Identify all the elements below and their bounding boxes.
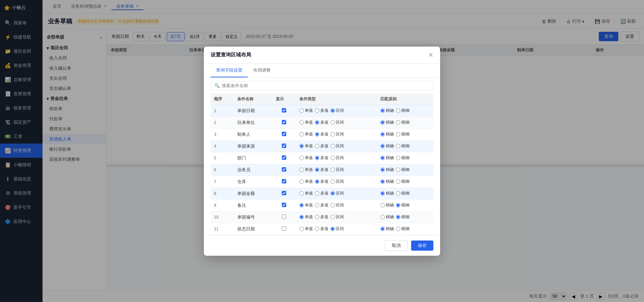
type-radio-多值[interactable]: 多值 (315, 155, 328, 161)
modal-col-匹配原则: 匹配原则 (377, 94, 433, 105)
type-radio-多值[interactable]: 多值 (315, 214, 328, 220)
type-radio-多值[interactable]: 多值 (315, 108, 328, 114)
match-radio-精确[interactable]: 精确 (380, 214, 394, 220)
show-checkbox[interactable] (282, 144, 286, 148)
type-radio-区间[interactable]: 区间 (330, 108, 344, 114)
row-match: 精确 模糊 (377, 199, 433, 211)
row-order: 10 (211, 211, 234, 223)
match-radio-模糊[interactable]: 模糊 (396, 120, 409, 125)
type-radio-单值[interactable]: 单值 (299, 214, 313, 220)
type-radio-多值[interactable]: 多值 (315, 179, 328, 184)
type-radio-单值[interactable]: 单值 (299, 191, 313, 196)
type-radio-单值[interactable]: 单值 (299, 120, 313, 125)
row-show (272, 176, 296, 187)
modal-save-button[interactable]: 保存 (411, 241, 433, 251)
type-radio-单值[interactable]: 单值 (299, 167, 313, 173)
match-radio-模糊[interactable]: 模糊 (396, 226, 409, 232)
match-radio-模糊[interactable]: 模糊 (396, 143, 409, 149)
row-match: 精确 模糊 (377, 176, 433, 187)
match-radio-模糊[interactable]: 模糊 (396, 214, 409, 220)
show-checkbox[interactable] (282, 203, 286, 207)
type-radio-单值[interactable]: 单值 (299, 155, 313, 161)
type-radio-区间[interactable]: 区间 (330, 143, 344, 149)
modal-table-row: 10单据编号 单值 多值 区间 精确 模糊 (211, 211, 433, 223)
type-radio-区间[interactable]: 区间 (330, 120, 344, 125)
type-radio-多值[interactable]: 多值 (315, 226, 328, 232)
show-checkbox[interactable] (282, 132, 286, 136)
type-radio-区间[interactable]: 区间 (330, 191, 344, 196)
type-radio-多值[interactable]: 多值 (315, 191, 328, 196)
show-checkbox[interactable] (282, 120, 286, 124)
row-type: 单值 多值 区间 (296, 199, 377, 211)
match-radio-模糊[interactable]: 模糊 (396, 179, 409, 184)
show-checkbox[interactable] (282, 179, 286, 183)
cancel-button[interactable]: 取消 (385, 240, 408, 251)
row-match: 精确 模糊 (377, 164, 433, 176)
row-show (272, 105, 296, 117)
match-radio-精确[interactable]: 精确 (380, 131, 394, 137)
row-order: 2 (211, 117, 234, 128)
type-radio-区间[interactable]: 区间 (330, 214, 344, 220)
show-checkbox[interactable] (282, 167, 286, 172)
type-radio-单值[interactable]: 单值 (299, 179, 313, 184)
search-icon: 🔍 (214, 83, 220, 88)
match-radio-精确[interactable]: 精确 (380, 179, 394, 184)
match-radio-精确[interactable]: 精确 (380, 202, 394, 208)
modal-table: 顺序条件名称显示条件类型匹配原则 1单据日期 单值 多值 区间 精确 模糊 2往… (211, 94, 433, 235)
match-radio-精确[interactable]: 精确 (380, 108, 394, 114)
type-radio-单值[interactable]: 单值 (299, 131, 313, 137)
type-radio-多值[interactable]: 多值 (315, 120, 328, 125)
type-radio-单值[interactable]: 单值 (299, 226, 313, 232)
type-radio-多值[interactable]: 多值 (315, 202, 328, 208)
type-radio-区间[interactable]: 区间 (330, 131, 344, 137)
show-checkbox[interactable] (282, 226, 286, 231)
type-radio-区间[interactable]: 区间 (330, 226, 344, 232)
modal-tab-查询字段设置[interactable]: 查询字段设置 (211, 64, 248, 77)
modal-table-row: 11状态日期 单值 多值 区间 精确 模糊 (211, 223, 433, 235)
match-radio-精确[interactable]: 精确 (380, 143, 394, 149)
match-radio-模糊[interactable]: 模糊 (396, 202, 409, 208)
type-radio-单值[interactable]: 单值 (299, 202, 313, 208)
show-checkbox[interactable] (282, 155, 286, 160)
type-radio-区间[interactable]: 区间 (330, 179, 344, 184)
row-show (272, 187, 296, 199)
modal-table-row: 2往来单位 单值 多值 区间 精确 模糊 (211, 117, 433, 128)
row-name: 仓库 (234, 176, 272, 187)
row-order: 6 (211, 164, 234, 176)
row-order: 3 (211, 128, 234, 140)
match-radio-模糊[interactable]: 模糊 (396, 191, 409, 196)
modal-tab-布局调整[interactable]: 布局调整 (248, 64, 276, 77)
row-type: 单值 多值 区间 (296, 105, 377, 117)
show-checkbox[interactable] (282, 191, 286, 195)
match-radio-模糊[interactable]: 模糊 (396, 108, 409, 114)
type-radio-多值[interactable]: 多值 (315, 143, 328, 149)
row-type: 单值 多值 区间 (296, 128, 377, 140)
show-checkbox[interactable] (282, 108, 286, 112)
show-checkbox[interactable] (282, 215, 286, 219)
row-order: 1 (211, 105, 234, 117)
match-radio-精确[interactable]: 精确 (380, 226, 394, 232)
modal-header: 设置查询区域布局 ✕ (204, 47, 440, 64)
type-radio-区间[interactable]: 区间 (330, 167, 344, 173)
row-match: 精确 模糊 (377, 187, 433, 199)
row-match: 精确 模糊 (377, 128, 433, 140)
type-radio-单值[interactable]: 单值 (299, 108, 313, 114)
modal-close-button[interactable]: ✕ (428, 51, 433, 59)
match-radio-精确[interactable]: 精确 (380, 191, 394, 196)
type-radio-多值[interactable]: 多值 (315, 131, 328, 137)
type-radio-区间[interactable]: 区间 (330, 202, 344, 208)
match-radio-模糊[interactable]: 模糊 (396, 155, 409, 161)
match-radio-模糊[interactable]: 模糊 (396, 131, 409, 137)
row-name: 制单人 (234, 128, 272, 140)
row-type: 单值 多值 区间 (296, 117, 377, 128)
match-radio-精确[interactable]: 精确 (380, 167, 394, 173)
type-radio-区间[interactable]: 区间 (330, 155, 344, 161)
search-input[interactable] (222, 83, 289, 88)
row-name: 备注 (234, 199, 272, 211)
type-radio-单值[interactable]: 单值 (299, 143, 313, 149)
match-radio-精确[interactable]: 精确 (380, 155, 394, 161)
modal-footer: 取消 保存 (204, 235, 440, 256)
match-radio-模糊[interactable]: 模糊 (396, 167, 409, 173)
type-radio-多值[interactable]: 多值 (315, 167, 328, 173)
match-radio-精确[interactable]: 精确 (380, 120, 394, 125)
